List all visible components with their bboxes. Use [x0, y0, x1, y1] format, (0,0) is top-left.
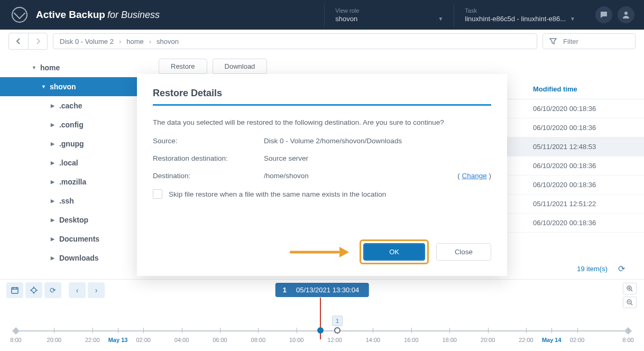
destination-label: Destination: — [153, 172, 264, 180]
modal-message: The data you selected will be restored t… — [153, 118, 491, 126]
annotation-arrow — [290, 248, 349, 256]
modal-divider — [153, 104, 491, 106]
modal-overlay: Restore Details The data you selected wi… — [0, 0, 644, 351]
annotation-highlight: OK — [360, 239, 429, 264]
skip-checkbox[interactable] — [153, 189, 162, 199]
restoration-destination-value: Source server — [264, 154, 491, 162]
skip-label: Skip file restore when a file with the s… — [169, 190, 386, 198]
change-link-wrapper: ( Change ) — [457, 172, 491, 180]
restoration-destination-label: Restoration destination: — [153, 154, 264, 162]
restore-details-modal: Restore Details The data you selected wi… — [137, 74, 507, 276]
close-button[interactable]: Close — [436, 243, 491, 261]
source-value: Disk 0 - Volume 2/home/shovon/Downloads — [264, 137, 491, 145]
source-label: Source: — [153, 137, 264, 145]
ok-button[interactable]: OK — [363, 243, 425, 261]
modal-title: Restore Details — [153, 88, 491, 99]
change-link[interactable]: Change — [462, 172, 486, 180]
destination-value: /home/shovon — [264, 172, 457, 180]
